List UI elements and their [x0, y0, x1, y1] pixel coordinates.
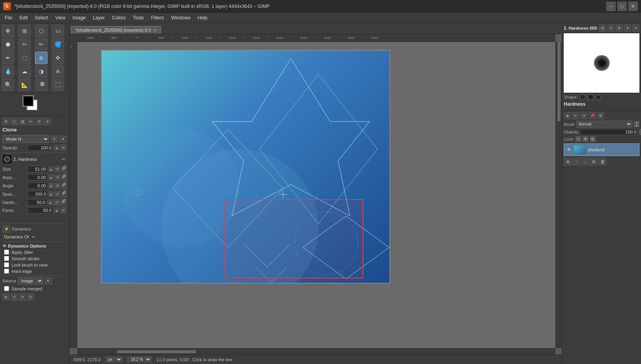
scissors-tool[interactable]: ✂ — [18, 38, 31, 51]
pencil-tool[interactable]: ✒ — [2, 51, 14, 64]
dynamics-edit-button[interactable]: ✏ — [31, 234, 37, 240]
aspect-spin[interactable]: ▲ — [48, 175, 53, 180]
lock-position[interactable]: ✥ — [583, 136, 588, 142]
fuzzy-select-tool[interactable]: ⬢ — [2, 38, 14, 51]
angle-reset[interactable]: ↺ — [54, 183, 60, 189]
status-zoom-select[interactable]: 18.2 % 25 % 50 % 100 % — [127, 356, 152, 362]
size-reset[interactable]: ↺ — [54, 166, 60, 172]
measure-tool[interactable]: 📐 — [18, 78, 31, 91]
shape-diamond[interactable] — [595, 94, 601, 101]
smudge-tool[interactable]: ☁ — [18, 65, 31, 78]
layers-opacity-down[interactable]: ▼ — [639, 132, 641, 135]
action-confirm[interactable]: ↻ — [27, 293, 34, 301]
layers-settings[interactable]: ⚙ — [597, 112, 604, 119]
menu-file[interactable]: File — [2, 14, 15, 21]
layers-opacity-up[interactable]: ▲ — [639, 129, 641, 132]
apply-jitter-label[interactable]: Apply Jitter — [11, 250, 33, 255]
opacity-input[interactable]: 100.0 — [28, 145, 53, 151]
force-input[interactable] — [28, 207, 53, 213]
free-select-tool[interactable]: ⬡ — [35, 25, 48, 37]
dynamics-options-toggle[interactable] — [2, 245, 6, 248]
paths-panel-button[interactable]: ✏ — [572, 112, 579, 119]
menu-layer[interactable]: Layer — [90, 14, 108, 21]
layer-new[interactable]: ⊕ — [564, 158, 572, 166]
blur-tool[interactable]: 💧 — [2, 65, 14, 78]
layers-opacity-input[interactable] — [580, 129, 638, 135]
smooth-stroke-label[interactable]: Smooth stroke — [11, 256, 40, 261]
brush-edit-button[interactable]: ✏ — [60, 156, 67, 162]
zoom-tool[interactable]: 🔎 — [35, 78, 48, 91]
menu-filters[interactable]: Filters — [148, 14, 167, 21]
brush-preview-small[interactable] — [2, 154, 12, 164]
hard-edge-checkbox[interactable] — [4, 269, 9, 274]
paths-tool[interactable]: ✏ — [35, 38, 48, 51]
action-redo[interactable]: ✕ — [19, 293, 26, 301]
tool-options-tab1[interactable]: ⚙ — [2, 118, 10, 125]
sample-merged-label[interactable]: Sample merged — [11, 286, 42, 291]
aspect-chain[interactable]: 🔗 — [61, 174, 67, 181]
eraser-tool[interactable]: ⬚ — [18, 51, 31, 64]
source-expand[interactable]: ▾ — [45, 277, 52, 284]
close-button[interactable]: ✕ — [628, 2, 638, 11]
text-tool[interactable]: A — [52, 65, 64, 78]
force-spin[interactable]: ▲ — [54, 208, 59, 213]
layers-mode-select[interactable]: Normal Multiply Screen — [576, 121, 632, 128]
mode-select[interactable]: Mode N... — [2, 135, 49, 143]
brush-preview-large[interactable] — [564, 33, 639, 93]
rect-select-tool[interactable]: ▭ — [52, 25, 64, 37]
vertical-scrollbar[interactable] — [555, 42, 562, 348]
vscroll-thumb[interactable] — [557, 42, 561, 121]
alignment-tool[interactable]: ⊞ — [18, 25, 31, 37]
layer-duplicate[interactable]: ⧉ — [590, 158, 598, 166]
lock-brush-checkbox[interactable] — [4, 262, 9, 267]
action-new[interactable]: ⊕ — [2, 293, 10, 301]
canvas-tab-main[interactable]: *[shutterstock_2535506] (imported)-8.0 ✕ — [71, 26, 161, 34]
hardness-chain[interactable]: 🔗 — [61, 199, 67, 206]
color-picker-tool[interactable]: 🔍 — [2, 78, 14, 91]
source-select[interactable]: Image Pattern — [18, 277, 43, 284]
canvas-tab-close[interactable]: ✕ — [153, 28, 156, 32]
clone-tool[interactable]: ⊕ — [35, 51, 48, 64]
layers-mode-down[interactable]: ▼ — [634, 124, 639, 127]
hard-edge-label[interactable]: Hard edge — [11, 269, 32, 274]
crop-tool[interactable]: ⛶ — [52, 78, 64, 91]
menu-tools[interactable]: Tools — [130, 14, 147, 21]
tool-options-tab2[interactable]: ⬡ — [11, 118, 18, 125]
channels-button[interactable]: ◈ — [564, 112, 571, 119]
minimize-button[interactable]: ─ — [606, 2, 616, 11]
spacing-spin[interactable]: ▲ — [48, 191, 53, 197]
layer-visibility-toggle[interactable]: 👁 — [566, 147, 572, 153]
sample-merged-checkbox[interactable] — [4, 286, 9, 291]
aspect-reset[interactable]: ↺ — [54, 174, 60, 181]
brush-menu[interactable]: ▾ — [624, 25, 631, 32]
layers-menu[interactable]: ▾ — [580, 112, 588, 119]
opacity-spin-up[interactable]: ▲ — [54, 145, 59, 151]
angle-chain[interactable]: 🔗 — [61, 182, 67, 189]
heal-tool[interactable]: ✜ — [52, 51, 64, 64]
size-input[interactable] — [28, 166, 48, 172]
lock-pixels[interactable]: ✏ — [576, 136, 581, 142]
brush-close[interactable]: ✕ — [632, 25, 639, 32]
shape-circle[interactable] — [580, 94, 586, 100]
status-unit-select[interactable]: px mm in — [105, 356, 122, 362]
dodge-burn-tool[interactable]: ◑ — [35, 65, 48, 78]
hardness-spin[interactable]: ▲ — [48, 200, 53, 205]
brush-settings[interactable]: ⚙ — [616, 25, 623, 32]
lock-brush-label[interactable]: Lock brush to view — [11, 263, 48, 267]
hscroll-thumb[interactable] — [117, 350, 196, 353]
apply-jitter-checkbox[interactable] — [4, 250, 9, 255]
layer-item[interactable]: 👁 shutterst — [564, 143, 639, 156]
tool-options-tab3[interactable]: ▤ — [19, 118, 26, 125]
foreground-color[interactable] — [23, 95, 34, 107]
hardness-input[interactable] — [28, 199, 47, 206]
layers-mode-up[interactable]: ▲ — [634, 121, 639, 124]
spacing-input[interactable] — [28, 191, 48, 197]
tool-options-tab5[interactable]: ↺ — [36, 118, 43, 125]
action-undo[interactable]: ↺ — [11, 293, 18, 301]
layers-pin[interactable]: 📌 — [589, 112, 596, 119]
size-spin[interactable]: ▲ — [48, 166, 53, 172]
maximize-button[interactable]: □ — [617, 2, 627, 11]
spacing-chain[interactable]: 🔗 — [61, 191, 67, 198]
menu-view[interactable]: View — [52, 14, 69, 21]
force-reset[interactable]: ↺ — [60, 207, 67, 213]
